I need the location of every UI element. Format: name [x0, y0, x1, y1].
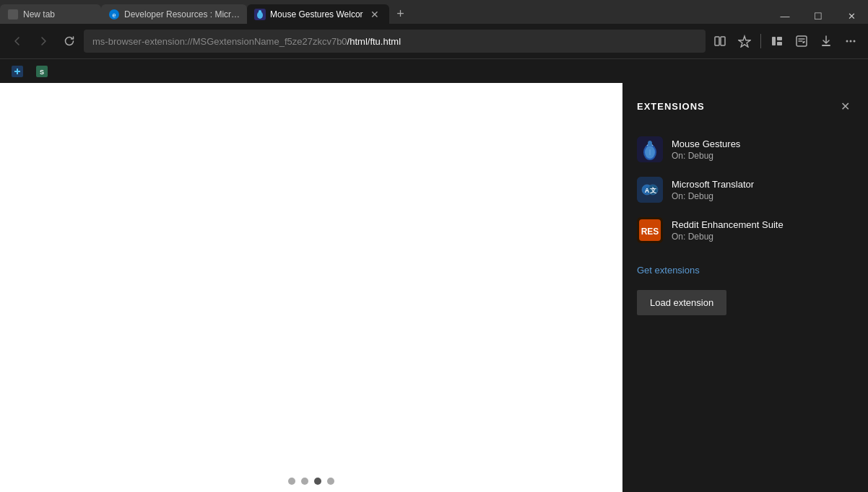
reddit-enhancement-icon: RES	[637, 217, 663, 243]
main-area: EXTENSIONS ✕ Mouse Gestures On: Debug	[0, 83, 868, 492]
svg-point-15	[854, 40, 856, 43]
pagination-dots	[288, 478, 334, 485]
window-controls: — ☐ ✕	[768, 4, 868, 24]
mouse-gestures-status: On: Debug	[672, 151, 740, 161]
favorites-button[interactable]	[733, 30, 756, 53]
svg-rect-5	[259, 10, 261, 13]
pagination-dot-2[interactable]	[301, 478, 308, 485]
tab-new-tab[interactable]: New tab	[0, 4, 101, 24]
svg-rect-12	[822, 45, 830, 46]
svg-point-14	[850, 40, 852, 43]
extension-item-mouse-gestures[interactable]: Mouse Gestures On: Debug	[637, 129, 854, 170]
microsoft-translator-name: Microsoft Translator	[672, 179, 754, 190]
svg-rect-6	[715, 37, 719, 45]
developer-resources-favicon-icon: e	[108, 9, 120, 20]
fav-item-2[interactable]: S	[32, 63, 52, 80]
reddit-enhancement-status: On: Debug	[672, 232, 784, 242]
make-note-button[interactable]	[790, 30, 813, 53]
tab-mouse-gestures-close-button[interactable]: ✕	[368, 7, 382, 22]
svg-text:RES: RES	[641, 227, 659, 237]
pagination-dot-4[interactable]	[327, 478, 334, 485]
mouse-gestures-tab-favicon-icon	[254, 9, 266, 20]
svg-rect-10	[777, 42, 782, 45]
page-content	[0, 83, 622, 492]
svg-text:S: S	[40, 69, 44, 76]
share-button[interactable]	[815, 30, 838, 53]
fav-2-icon: S	[36, 66, 48, 77]
mouse-gestures-info: Mouse Gestures On: Debug	[672, 139, 740, 161]
get-extensions-link[interactable]: Get extensions	[637, 265, 854, 276]
more-button[interactable]	[839, 30, 862, 53]
tab-developer-resources[interactable]: e Developer Resources : Micr…	[101, 4, 247, 24]
address-bar[interactable]: ms-browser-extension://MSGextensionName_…	[84, 30, 706, 53]
toolbar-separator	[760, 34, 761, 48]
mouse-gestures-name: Mouse Gestures	[672, 139, 740, 149]
svg-rect-7	[721, 37, 725, 45]
mouse-gestures-icon	[637, 136, 663, 162]
svg-text:e: e	[112, 12, 116, 19]
new-tab-favicon-icon	[7, 9, 19, 20]
pagination-dot-3[interactable]	[314, 478, 321, 485]
tab-mouse-gestures[interactable]: Mouse Gestures Welcor ✕	[247, 4, 389, 24]
pagination-dot-1[interactable]	[288, 478, 295, 485]
svg-rect-9	[777, 37, 782, 40]
url-prefix: ms-browser-extension://MSGextensionName_…	[92, 36, 347, 47]
fav-1-icon	[12, 66, 23, 77]
svg-point-22	[648, 141, 652, 146]
favorites-bar: S	[0, 58, 868, 83]
panel-title: EXTENSIONS	[637, 101, 705, 112]
tab-new-tab-label: New tab	[23, 9, 94, 19]
forward-button[interactable]	[32, 30, 55, 53]
titlebar: New tab e Developer Resources : Micr… Mo…	[0, 0, 868, 24]
back-button[interactable]	[6, 30, 29, 53]
microsoft-translator-icon: A 文	[637, 177, 663, 203]
toolbar-icons	[708, 30, 862, 53]
addressbar: ms-browser-extension://MSGextensionName_…	[0, 24, 868, 58]
minimize-button[interactable]: —	[768, 4, 802, 28]
refresh-button[interactable]	[58, 30, 81, 53]
hub-button[interactable]	[765, 30, 789, 53]
reddit-enhancement-name: Reddit Enhancement Suite	[672, 219, 784, 230]
svg-text:文: 文	[650, 187, 656, 194]
extension-item-microsoft-translator[interactable]: A 文 Microsoft Translator On: Debug	[637, 170, 854, 210]
reddit-enhancement-info: Reddit Enhancement Suite On: Debug	[672, 219, 784, 242]
microsoft-translator-info: Microsoft Translator On: Debug	[672, 179, 754, 201]
svg-rect-8	[772, 37, 776, 45]
tab-developer-resources-label: Developer Resources : Micr…	[124, 9, 240, 19]
fav-item-1[interactable]	[7, 63, 27, 80]
tab-mouse-gestures-label: Mouse Gestures Welcor	[270, 9, 363, 19]
close-window-button[interactable]: ✕	[835, 4, 868, 28]
microsoft-translator-status: On: Debug	[672, 191, 754, 201]
svg-rect-0	[8, 9, 18, 19]
svg-point-13	[846, 40, 849, 43]
extensions-panel: EXTENSIONS ✕ Mouse Gestures On: Debug	[622, 83, 868, 492]
load-extension-button[interactable]: Load extension	[637, 290, 726, 315]
extension-item-reddit-enhancement[interactable]: RES Reddit Enhancement Suite On: Debug	[637, 210, 854, 250]
reading-view-button[interactable]	[708, 30, 732, 53]
panel-header: EXTENSIONS ✕	[637, 97, 854, 115]
url-suffix: /html/ftu.html	[347, 36, 401, 47]
maximize-button[interactable]: ☐	[802, 4, 835, 28]
panel-close-button[interactable]: ✕	[836, 97, 854, 115]
new-tab-button[interactable]: +	[389, 4, 412, 24]
